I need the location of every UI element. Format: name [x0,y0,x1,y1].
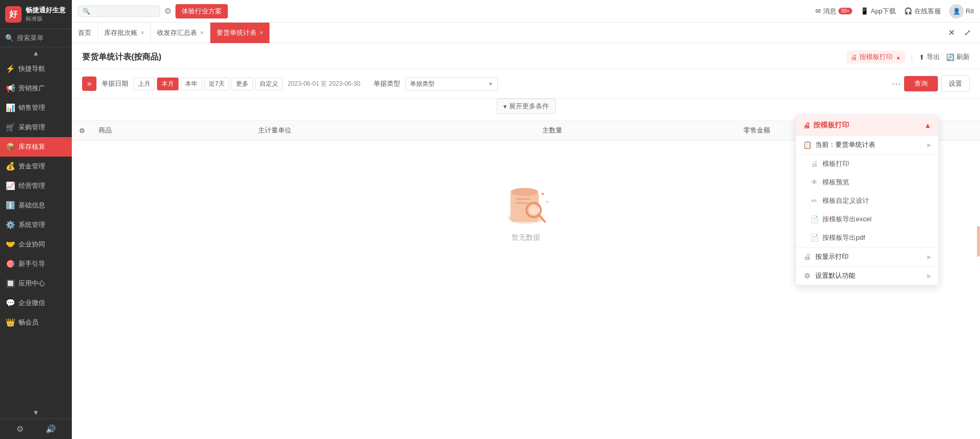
sidebar-sound-icon[interactable]: 🔊 [46,424,56,434]
filter-expand-btn[interactable]: » [82,77,96,91]
dropdown-template-export-pdf[interactable]: 📄 按模板导出pdf [796,228,938,247]
display-print-icon: 🖨 [803,253,811,261]
app-download-label: App下载 [871,7,896,16]
dropdown-display-print[interactable]: 🖨 按显示打印 ▶ [796,247,938,266]
dropdown-template-print[interactable]: 🖨 模板打印 [796,155,938,173]
sidebar-item-guide[interactable]: 🎯 新手引导 [0,254,72,274]
set-default-icon: ⚙ [803,272,811,280]
sidebar-item-app-center[interactable]: 🔲 应用中心 [0,274,72,293]
sidebar-footer: ⚙ 🔊 [0,418,72,439]
sidebar-item-operations[interactable]: 📈 经营管理 [0,176,72,196]
date-btn-more[interactable]: 更多 [231,78,253,90]
dropdown-current-item[interactable]: 📋 当前：要货单统计表 ▶ [796,136,938,154]
dropdown-template-export-excel[interactable]: 📄 按模板导出excel [796,210,938,228]
tab-order-stats-close[interactable]: × [260,29,263,36]
user-avatar-item[interactable]: 👤 Rit [949,4,974,18]
sidebar-item-label: 快捷导航 [18,64,45,73]
sidebar-item-membership[interactable]: 👑 畅会员 [0,313,72,332]
sidebar-item-label: 销售管理 [18,103,45,112]
print-dropdown-arrow[interactable]: ▲ [896,54,901,60]
search-bar[interactable]: 🔍 [78,6,160,17]
print-template-button[interactable]: 🖨 按模板打印 ▲ [847,50,905,64]
sidebar-item-sales[interactable]: 📊 销售管理 [0,98,72,118]
more-options-icon[interactable]: ⋯ [892,78,901,89]
sidebar-item-system[interactable]: ⚙️ 系统管理 [0,215,72,235]
app-download-item[interactable]: 📱 App下载 [860,7,896,16]
tab-inventory-batch[interactable]: 库存批次账 × [98,23,151,43]
expand-icon: ▾ [503,103,507,110]
sidebar-item-label: 基础信息 [18,201,45,210]
sidebar-item-label: 库存核算 [18,142,45,151]
app-edition: 标准版 [26,15,66,22]
setting-button[interactable]: 设置 [941,75,970,92]
dropdown-collapse-arrow[interactable]: ▲ [924,121,931,129]
sidebar-item-wechat[interactable]: 💬 企业微信 [0,293,72,313]
dropdown-title: 按模板打印 [813,121,849,130]
expand-more-btn[interactable]: ▾ 展开更多条件 [497,99,556,114]
sidebar-item-purchase[interactable]: 🛒 采购管理 [0,118,72,137]
sidebar-item-inventory[interactable]: 📦 库存核算 [0,137,72,157]
query-button[interactable]: 查询 [904,76,938,91]
cooperation-icon: 🤝 [5,240,15,249]
sidebar-item-label: 应用中心 [18,279,45,288]
date-btn-this-year[interactable]: 本年 [181,78,202,90]
sidebar-settings-icon[interactable]: ⚙ [16,424,24,434]
sidebar-item-label: 系统管理 [18,220,45,230]
sidebar-item-quick-nav[interactable]: ⚡ 快捷导航 [0,59,72,79]
window-close-button[interactable]: ✕ [945,28,958,37]
guide-icon: 🎯 [5,259,15,269]
col-settings[interactable]: ⚙ [72,121,92,141]
dropdown-display-print-section: 🖨 按显示打印 ▶ [796,247,938,266]
dropdown-header: 🖨 按模板打印 ▲ [796,116,938,136]
tab-home-label: 首页 [78,28,91,37]
date-buttons: 上月 本月 本年 近7天 更多 自定义 [133,78,283,90]
dropdown-template-preview[interactable]: 👁 模板预览 [796,173,938,192]
print-template-icon: 🖨 [851,53,857,61]
sidebar-item-label: 资金管理 [18,162,45,171]
template-preview-label: 模板预览 [822,178,849,187]
sidebar-item-basics[interactable]: ℹ️ 基础信息 [0,196,72,215]
tab-home[interactable]: 首页 [78,23,98,43]
header-settings-icon[interactable]: ⚙ [164,6,171,16]
online-service-icon: 🎧 [904,7,912,15]
user-avatar: 👤 [949,4,964,18]
sidebar-item-marketing[interactable]: 📢 营销推广 [0,79,72,98]
dropdown-template-custom[interactable]: ✏ 模板自定义设计 [796,192,938,210]
purchase-icon: 🛒 [5,123,15,132]
sidebar-item-cooperation[interactable]: 🤝 企业协同 [0,235,72,254]
order-type-select[interactable]: 单据类型 ▼ [405,77,498,91]
message-item[interactable]: ✉ 消息 99+ [815,7,852,16]
online-service-item[interactable]: 🎧 在线客服 [904,7,941,16]
date-btn-this-month[interactable]: 本月 [157,78,179,90]
tab-inventory-batch-close[interactable]: × [141,29,144,36]
date-btn-7days[interactable]: 近7天 [204,78,229,90]
refresh-label: 刷新 [956,52,970,62]
date-btn-custom[interactable]: 自定义 [255,78,283,90]
date-filter-label: 单据日期 [102,79,128,88]
sidebar-scroll-down[interactable]: ▼ [0,407,72,418]
expand-label: 展开更多条件 [509,102,549,111]
message-badge: 99+ [838,8,852,14]
date-btn-last-month[interactable]: 上月 [133,78,155,90]
order-type-label: 单据类型 [374,79,400,88]
tab-receivables-summary[interactable]: 收发存汇总表 × [151,23,210,43]
sidebar-item-label: 新手引导 [18,259,45,269]
search-icon: 🔍 [5,34,14,42]
export-button[interactable]: ⬆ 导出 [919,52,940,62]
basics-icon: ℹ️ [5,201,15,210]
tab-receivables-summary-close[interactable]: × [200,29,204,36]
dropdown-header-left: 🖨 按模板打印 [803,121,849,130]
trial-button[interactable]: 体验行业方案 [175,4,228,18]
sidebar-nav: ⚡ 快捷导航 📢 营销推广 📊 销售管理 🛒 采购管理 📦 库存核算 💰 资金管… [0,59,72,407]
refresh-icon: 🔄 [946,53,954,61]
sidebar-search[interactable]: 🔍 搜索菜单 [0,29,72,47]
sidebar-scroll-up[interactable]: ▲ [0,47,72,59]
sidebar-item-finance[interactable]: 💰 资金管理 [0,157,72,176]
tab-order-stats[interactable]: 要货单统计表 × [210,23,270,43]
inventory-icon: 📦 [5,142,15,151]
scroll-indicator[interactable] [977,226,980,257]
dropdown-set-default[interactable]: ⚙ 设置默认功能 ▶ [796,266,938,285]
refresh-button[interactable]: 🔄 刷新 [946,52,970,62]
window-expand-button[interactable]: ⤢ [961,28,974,37]
app-logo-icon: 好 [5,6,22,23]
